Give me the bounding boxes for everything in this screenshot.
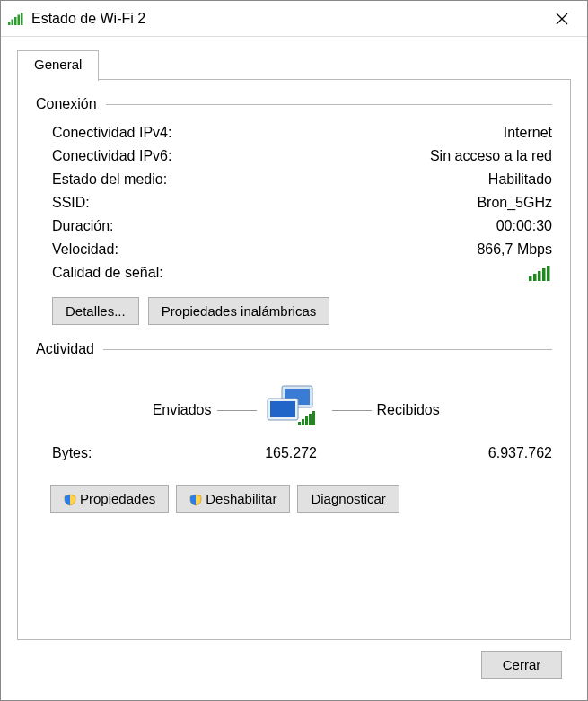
bytes-received-value: 6.937.762 <box>431 445 552 461</box>
action-buttons: Propiedades Deshabilitar Diagnosticar <box>50 485 552 513</box>
svg-rect-2 <box>14 17 17 25</box>
svg-rect-4 <box>21 13 23 25</box>
signal-quality-label: Calidad de señal: <box>52 265 163 281</box>
signal-quality-row: Calidad de señal: <box>36 261 552 285</box>
ipv6-value: Sin acceso a la red <box>430 148 552 164</box>
wifi-signal-icon <box>8 13 24 25</box>
connection-section-header: Conexión <box>36 96 552 112</box>
media-state-value: Habilitado <box>488 171 552 188</box>
wireless-properties-button[interactable]: Propiedades inalámbricas <box>148 297 330 325</box>
duration-row: Duración: 00:00:30 <box>36 215 552 238</box>
titlebar: Estado de Wi-Fi 2 <box>1 1 587 37</box>
connection-buttons: Detalles... Propiedades inalámbricas <box>52 297 552 325</box>
svg-rect-16 <box>298 422 301 425</box>
shield-icon <box>64 494 76 506</box>
activity-graphic: Enviados <box>36 384 552 436</box>
dialog-footer: Cerrar <box>17 640 571 689</box>
divider <box>332 410 372 411</box>
ipv6-row: Conectividad IPv6: Sin acceso a la red <box>36 145 552 168</box>
tab-general[interactable]: General <box>17 50 99 81</box>
close-icon[interactable] <box>544 1 580 37</box>
sent-label: Enviados <box>86 402 212 418</box>
svg-rect-8 <box>533 274 537 281</box>
svg-rect-10 <box>542 268 546 281</box>
svg-rect-1 <box>12 19 14 25</box>
media-state-label: Estado del medio: <box>52 171 167 188</box>
svg-rect-7 <box>529 276 532 281</box>
tab-underline <box>17 79 571 80</box>
ssid-label: SSID: <box>52 195 90 211</box>
bytes-row: Bytes: 165.272 6.937.762 <box>36 442 552 465</box>
received-label: Recibidos <box>377 402 503 418</box>
dialog-body: General Conexión Conectividad IPv4: Inte… <box>1 37 587 700</box>
svg-rect-19 <box>309 414 312 425</box>
properties-button[interactable]: Propiedades <box>50 485 169 513</box>
tab-page-general: Conexión Conectividad IPv4: Internet Con… <box>17 80 571 640</box>
speed-row: Velocidad: 866,7 Mbps <box>36 238 552 261</box>
ssid-value: Bron_5GHz <box>477 195 552 211</box>
tab-strip: General <box>17 49 571 80</box>
svg-rect-11 <box>547 266 550 281</box>
ipv4-row: Conectividad IPv4: Internet <box>36 121 552 145</box>
svg-rect-18 <box>305 416 308 425</box>
speed-value: 866,7 Mbps <box>477 241 552 258</box>
media-state-row: Estado del medio: Habilitado <box>36 168 552 191</box>
signal-bars-icon <box>529 265 552 281</box>
svg-rect-0 <box>8 22 11 25</box>
shield-icon <box>189 494 202 506</box>
divider <box>217 410 257 411</box>
diagnose-button[interactable]: Diagnosticar <box>297 485 399 513</box>
svg-rect-17 <box>302 419 304 425</box>
close-button[interactable]: Cerrar <box>481 651 562 679</box>
svg-rect-3 <box>18 14 21 25</box>
disable-button-label: Deshabilitar <box>206 491 276 506</box>
activity-section-header: Actividad <box>36 341 552 357</box>
ipv6-label: Conectividad IPv6: <box>52 148 171 164</box>
svg-rect-9 <box>538 271 541 281</box>
svg-rect-20 <box>312 411 315 425</box>
divider <box>103 349 552 350</box>
ssid-row: SSID: Bron_5GHz <box>36 191 552 215</box>
window-title: Estado de Wi-Fi 2 <box>31 11 544 27</box>
speed-label: Velocidad: <box>52 241 118 258</box>
ipv4-label: Conectividad IPv4: <box>52 125 171 141</box>
disable-button[interactable]: Deshabilitar <box>176 485 290 513</box>
activity-section: Enviados <box>36 372 552 465</box>
ipv4-value: Internet <box>504 125 552 141</box>
network-computers-icon <box>262 384 327 436</box>
wifi-status-window: Estado de Wi-Fi 2 General Conexión Conec… <box>0 0 588 701</box>
duration-label: Duración: <box>52 218 113 234</box>
details-button[interactable]: Detalles... <box>52 297 139 325</box>
activity-section-label: Actividad <box>36 341 94 357</box>
svg-rect-15 <box>270 401 295 417</box>
divider <box>106 104 552 105</box>
duration-value: 00:00:30 <box>496 218 552 234</box>
connection-section-label: Conexión <box>36 96 97 112</box>
properties-button-label: Propiedades <box>80 491 155 506</box>
bytes-sent-value: 165.272 <box>196 445 317 461</box>
bytes-label: Bytes: <box>52 445 196 461</box>
